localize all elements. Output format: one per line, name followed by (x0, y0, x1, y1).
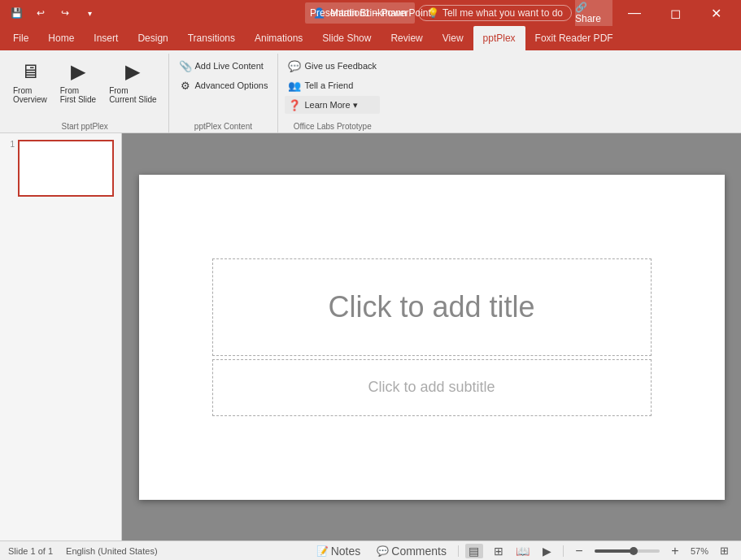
tab-design[interactable]: Design (128, 26, 177, 50)
canvas-area: Click to add title Click to add subtitle (122, 133, 741, 540)
from-current-slide-label: FromCurrent Slide (109, 86, 156, 104)
zoom-fit-button[interactable]: ⊞ (715, 544, 733, 558)
status-bar: Slide 1 of 1 English (United States) 📝 N… (0, 540, 741, 560)
main-area: 1 Click to add title Click to add subtit… (0, 133, 741, 540)
ribbon-groups: 🖥 FromOverview ▶ FromFirst Slide ▶ FromC… (0, 50, 741, 132)
tell-me-box[interactable]: 💡 Tell me what you want to do (418, 5, 572, 21)
from-first-slide-button[interactable]: ▶ FromFirst Slide (55, 57, 101, 106)
slide-number: 1 (3, 140, 15, 149)
reading-view-button[interactable]: 📖 (514, 544, 532, 558)
restore-button[interactable]: ◻ (656, 0, 694, 26)
tell-friend-icon: 👥 (288, 79, 301, 92)
tab-transitions[interactable]: Transitions (178, 26, 245, 50)
slide-sorter-button[interactable]: ⊞ (490, 544, 508, 558)
subtitle-text-box[interactable]: Click to add subtitle (212, 359, 652, 416)
language-info: English (United States) (66, 546, 158, 556)
slide-thumbnail-1[interactable]: 1 (3, 140, 118, 197)
zoom-slider[interactable] (595, 549, 660, 553)
content-buttons-stack: 📎 Add Live Content ⚙ Advanced Options (176, 57, 272, 94)
redo-button[interactable]: ↪ (55, 3, 75, 23)
start-pptplex-group-label: Start pptPlex (62, 122, 108, 132)
zoom-percent: 57% (691, 546, 708, 556)
pptplex-content-group-label: pptPlex Content (194, 122, 252, 132)
from-overview-label: FromOverview (13, 86, 47, 104)
tab-foxit[interactable]: Foxit Reader PDF (525, 26, 623, 50)
tab-home[interactable]: Home (38, 26, 84, 50)
undo-button[interactable]: ↩ (31, 3, 50, 23)
office-labs-stack: 💬 Give us Feedback 👥 Tell a Friend ❓ Lea… (285, 57, 380, 114)
tab-insert[interactable]: Insert (84, 26, 128, 50)
title-text-box[interactable]: Click to add title (212, 258, 652, 356)
tell-friend-label: Tell a Friend (304, 80, 353, 90)
tell-friend-button[interactable]: 👥 Tell a Friend (285, 76, 380, 94)
slide-thumb-canvas[interactable] (18, 140, 114, 197)
first-slide-icon: ▶ (65, 59, 91, 85)
status-bar-right: 📝 Notes 💬 Comments ▤ ⊞ 📖 ▶ − + 57% ⊞ (312, 544, 733, 558)
office-labs-buttons: 💬 Give us Feedback 👥 Tell a Friend ❓ Lea… (285, 54, 380, 122)
comments-label: Comments (391, 545, 447, 558)
start-pptplex-buttons: 🖥 FromOverview ▶ FromFirst Slide ▶ FromC… (8, 54, 162, 122)
ribbon-tabs: File Home Insert Design Transitions Anim… (0, 26, 741, 50)
live-content-icon: 📎 (179, 59, 192, 72)
tab-pptplex[interactable]: pptPlex (473, 26, 525, 50)
customize-qat-button[interactable]: ▾ (80, 3, 99, 23)
share-button[interactable]: 🔗 Share (575, 0, 612, 26)
learn-more-icon: ❓ (288, 98, 301, 111)
ribbon-group-office-labs: 💬 Give us Feedback 👥 Tell a Friend ❓ Lea… (278, 54, 386, 132)
give-feedback-label: Give us Feedback (304, 61, 377, 71)
feedback-icon: 💬 (288, 59, 301, 72)
tab-view[interactable]: View (433, 26, 473, 50)
learn-more-label: Learn More ▾ (304, 100, 357, 111)
slide-panel: 1 (0, 133, 122, 540)
title-bar: 💾 ↩ ↪ ▾ Presentation1 – PowerPoint 👤 Mar… (0, 0, 741, 26)
zoom-slider-thumb[interactable] (630, 547, 638, 555)
from-overview-button[interactable]: 🖥 FromOverview (8, 57, 52, 106)
from-first-slide-label: FromFirst Slide (60, 86, 96, 104)
tab-file[interactable]: File (3, 26, 38, 50)
comments-button[interactable]: 💬 Comments (372, 544, 451, 558)
from-current-slide-button[interactable]: ▶ FromCurrent Slide (104, 57, 161, 106)
tell-me-label: Tell me what you want to do (442, 7, 563, 19)
ribbon-group-start-pptplex: 🖥 FromOverview ▶ FromFirst Slide ▶ FromC… (2, 54, 169, 132)
tab-slide-show[interactable]: Slide Show (312, 26, 381, 50)
zoom-in-button[interactable]: + (666, 544, 684, 558)
current-slide-icon: ▶ (120, 59, 146, 85)
slide-canvas: Click to add title Click to add subtitle (139, 175, 725, 500)
slide-info: Slide 1 of 1 (8, 546, 53, 556)
tab-animations[interactable]: Animations (245, 26, 312, 50)
close-button[interactable]: ✕ (697, 0, 734, 26)
zoom-slider-fill (595, 549, 634, 553)
quick-access-toolbar: 💾 ↩ ↪ ▾ (7, 3, 99, 23)
title-placeholder: Click to add title (328, 290, 534, 324)
overview-icon: 🖥 (17, 59, 43, 85)
advanced-options-icon: ⚙ (179, 79, 192, 92)
notes-icon: 📝 (316, 545, 329, 557)
learn-more-button[interactable]: ❓ Learn More ▾ (285, 96, 380, 114)
window-title: Presentation1 – PowerPoint (310, 7, 431, 19)
subtitle-placeholder: Click to add subtitle (368, 379, 495, 396)
save-qat-button[interactable]: 💾 (7, 3, 26, 23)
advanced-options-button[interactable]: ⚙ Advanced Options (176, 76, 272, 94)
separator-2 (563, 545, 564, 557)
office-labs-group-label: Office Labs Prototype (294, 122, 372, 132)
minimize-button[interactable]: — (616, 0, 653, 26)
tab-review[interactable]: Review (381, 26, 432, 50)
add-live-content-label: Add Live Content (195, 61, 264, 71)
normal-view-button[interactable]: ▤ (465, 544, 483, 558)
zoom-out-button[interactable]: − (570, 544, 588, 558)
ribbon-group-pptplex-content: 📎 Add Live Content ⚙ Advanced Options pp… (169, 54, 279, 132)
notes-label: Notes (331, 545, 361, 558)
give-feedback-button[interactable]: 💬 Give us Feedback (285, 57, 380, 75)
ribbon: 🖥 FromOverview ▶ FromFirst Slide ▶ FromC… (0, 50, 741, 133)
separator-1 (458, 545, 459, 557)
slideshow-view-button[interactable]: ▶ (538, 544, 556, 558)
comments-icon: 💬 (377, 545, 389, 557)
advanced-options-label: Advanced Options (195, 80, 268, 90)
add-live-content-button[interactable]: 📎 Add Live Content (176, 57, 272, 75)
pptplex-content-buttons: 📎 Add Live Content ⚙ Advanced Options (176, 54, 272, 122)
notes-button[interactable]: 📝 Notes (312, 544, 366, 558)
